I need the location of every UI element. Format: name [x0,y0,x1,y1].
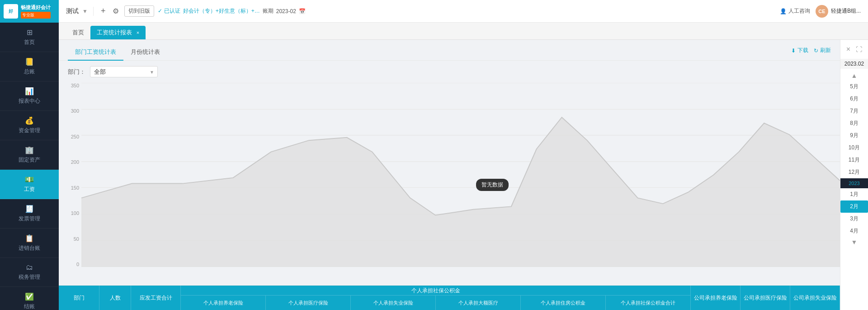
sidebar-item-ledger[interactable]: 📒总账 [0,52,59,81]
settings-button[interactable]: ⚙ [111,7,121,15]
sidebar-item-funds[interactable]: 💰资金管理 [0,111,59,140]
username: 轻捷通B组... [831,7,861,15]
current-date-display: 2023.02 [840,59,868,69]
chart-svg [81,83,840,267]
th-unemployment: 个人承担失业保险 [351,296,436,310]
month-1[interactable]: 1月 [840,188,868,200]
department-select[interactable]: 全部 财务部 销售部 技术部 行政部 [90,66,158,77]
month-12[interactable]: 12月 [840,166,868,178]
tab-salary-report[interactable]: 工资统计报表 × [90,26,146,39]
date-list: 5月 6月 7月 8月 9月 10月 11月 12月 2023 1月 2月 3月… [840,81,868,237]
subtab-monthly[interactable]: 月份统计表 [123,44,167,61]
tab-bar: 首页 工资统计报表 × [59,23,868,40]
sidebar-item-checkout[interactable]: ✅结账 [0,287,59,310]
table-header: 部门 人数 应发工资合计 个人承担社保公积金 [59,286,840,310]
subtab-department[interactable]: 部门工资统计表 [68,44,123,61]
sidebar-item-label: 进销台账 [19,244,40,252]
th-headcount: 人数 [99,286,131,310]
sidebar-item-assets[interactable]: 🏢固定资产 [0,140,59,170]
period-label: 账期 [263,7,274,15]
sidebar-nav: ⊞首页📒总账📊报表中心💰资金管理🏢固定资产💵工资🧾发票管理📋进销台账🗂税务管理✅… [0,23,59,310]
sidebar-item-label: 首页 [24,38,35,46]
help-icon: 👤 [780,8,787,14]
sidebar-item-label: 结账 [24,303,35,310]
date-nav-up[interactable]: ▲ [850,71,859,81]
content-area: 部门工资统计表 月份统计表 ⬇ 下载 ↻ 刷新 部门： [59,40,868,310]
period-value: 2023-02 [276,8,296,14]
department-select-wrapper: 全部 财务部 销售部 技术部 行政部 [90,66,158,77]
funds-icon: 💰 [25,116,34,125]
year-2023: 2023 [840,178,868,188]
sidebar-item-sales[interactable]: 📋进销台账 [0,229,59,258]
th-co-medical: 公司承担医疗保险 [741,286,790,310]
bottom-table: 部门 人数 应发工资合计 个人承担社保公积金 [59,285,840,310]
salary-icon: 💵 [25,175,34,184]
sidebar-item-invoice[interactable]: 🧾发票管理 [0,199,59,229]
download-icon: ⬇ [791,48,796,54]
th-personal-group: 个人承担社保公积金 个人承担养老保险 个人承担医疗保险 个人承担失业保险 [181,286,691,310]
sidebar-item-home[interactable]: ⊞首页 [0,23,59,52]
month-4[interactable]: 4月 [840,225,868,237]
y-axis: 350 300 250 200 150 100 50 0 [63,83,79,267]
th-medical: 个人承担医疗保险 [266,296,351,310]
month-9[interactable]: 9月 [840,129,868,142]
month-8[interactable]: 8月 [840,117,868,129]
sidebar-item-label: 税务管理 [19,273,40,281]
sidebar-item-salary[interactable]: 💵工资 [0,170,59,199]
month-2-active[interactable]: 2月 [840,200,868,213]
right-date-panel: × ⛶ 2023.02 ▲ 5月 6月 7月 8月 9月 10月 11月 12月… [840,40,868,310]
department-label: 部门： [68,68,85,76]
th-total-salary: 应发工资合计 [131,286,181,310]
filter-bar: 部门： 全部 财务部 销售部 技术部 行政部 [59,61,840,83]
th-co-pension: 公司承担养老保险 [691,286,741,310]
sidebar-item-tax[interactable]: 🗂税务管理 [0,258,59,287]
company-name: 测试 [66,7,79,15]
month-7[interactable]: 7月 [840,105,868,117]
th-co-unemployment: 公司承担失业保险 [790,286,840,310]
date-nav-down[interactable]: ▼ [850,237,859,247]
certified-badge: ✓ 已认证 [158,7,180,15]
avatar: CE [816,5,828,18]
user-profile[interactable]: CE 轻捷通B组... [816,5,861,18]
logo-text: 畅捷通好会计 专业版 [21,4,51,19]
home-icon: ⊞ [27,28,33,37]
sidebar-item-reports[interactable]: 📊报表中心 [0,81,59,111]
calendar-icon[interactable]: 📅 [299,8,306,14]
refresh-button[interactable]: ↻ 刷新 [814,47,831,54]
th-housing-fund: 个人承担住房公积金 [521,296,606,310]
month-3[interactable]: 3月 [840,213,868,225]
month-10[interactable]: 10月 [840,142,868,154]
sidebar-item-label: 发票管理 [19,215,40,223]
th-group-title: 个人承担社保公积金 [181,286,691,296]
th-total-social: 个人承担社保公积金合计 [606,296,691,310]
reports-icon: 📊 [25,87,34,95]
help-button[interactable]: 👤 人工咨询 [780,7,810,15]
tab-home[interactable]: 首页 [66,26,90,39]
logo-icon: 好 [4,4,18,19]
tax-icon: 🗂 [26,263,33,272]
month-11[interactable]: 11月 [840,154,868,166]
plan-badges: 好会计（专）+好生意（标）+… [183,7,260,15]
month-5[interactable]: 5月 [840,81,868,93]
company-dropdown-icon[interactable]: ▼ [82,8,88,14]
sidebar: 好 畅捷通好会计 专业版 ⊞首页📒总账📊报表中心💰资金管理🏢固定资产💵工资🧾发票… [0,0,59,310]
topbar-divider [93,7,94,16]
tab-close-icon[interactable]: × [137,30,139,35]
sidebar-item-label: 固定资产 [19,156,40,164]
th-sub-row: 个人承担养老保险 个人承担医疗保险 个人承担失业保险 个人承担大额医疗 [181,296,691,310]
chart-svg-area: 暂无数据 [81,83,840,267]
sales-icon: 📋 [25,234,34,243]
refresh-icon: ↻ [814,48,818,54]
download-button[interactable]: ⬇ 下载 [791,47,808,54]
switch-version-button[interactable]: 切到旧版 [124,5,154,17]
invoice-icon: 🧾 [25,205,34,213]
month-6[interactable]: 6月 [840,93,868,105]
add-button[interactable]: + [99,6,108,16]
sidebar-item-label: 总账 [24,68,35,76]
chart-area: 350 300 250 200 150 100 50 0 [59,83,840,285]
panel-expand-button[interactable]: ⛶ [854,43,864,55]
assets-icon: 🏢 [25,146,34,154]
panel-control-buttons: × ⛶ [844,43,864,55]
topbar: 测试 ▼ + ⚙ 切到旧版 ✓ 已认证 好会计（专）+好生意（标）+… 账期 2… [59,0,868,23]
panel-close-button[interactable]: × [844,43,852,55]
